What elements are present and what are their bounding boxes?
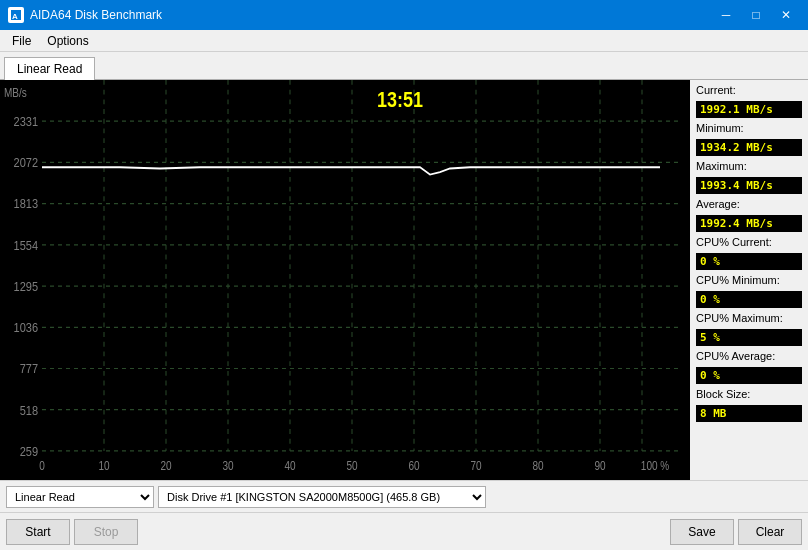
stat-maximum-value: 1993.4 MB/s bbox=[696, 177, 802, 194]
stat-maximum-label: Maximum: bbox=[696, 160, 802, 172]
test-select[interactable]: Linear Read bbox=[6, 486, 154, 508]
stat-cpu-minimum-value: 0 % bbox=[696, 291, 802, 308]
stat-average-label: Average: bbox=[696, 198, 802, 210]
svg-text:MB/s: MB/s bbox=[4, 86, 27, 99]
chart-svg: 2331 2072 1813 1554 1295 1036 777 518 25… bbox=[0, 80, 690, 480]
stat-cpu-minimum-label: CPU% Minimum: bbox=[696, 274, 802, 286]
svg-text:0: 0 bbox=[39, 459, 45, 472]
stat-minimum-label: Minimum: bbox=[696, 122, 802, 134]
menu-file[interactable]: File bbox=[4, 32, 39, 50]
svg-text:50: 50 bbox=[346, 459, 357, 472]
svg-text:259: 259 bbox=[20, 444, 39, 459]
save-button[interactable]: Save bbox=[670, 519, 734, 545]
side-panel: Current: 1992.1 MB/s Minimum: 1934.2 MB/… bbox=[690, 80, 808, 480]
svg-rect-3 bbox=[0, 80, 42, 456]
stop-button[interactable]: Stop bbox=[74, 519, 138, 545]
stat-cpu-average-label: CPU% Average: bbox=[696, 350, 802, 362]
svg-text:90: 90 bbox=[594, 459, 605, 472]
start-button[interactable]: Start bbox=[6, 519, 70, 545]
svg-text:10: 10 bbox=[98, 459, 109, 472]
svg-text:777: 777 bbox=[20, 361, 39, 376]
svg-text:100 %: 100 % bbox=[641, 459, 669, 472]
tab-linear-read[interactable]: Linear Read bbox=[4, 57, 95, 80]
menu-bar: File Options bbox=[0, 30, 808, 52]
chart-area: 2331 2072 1813 1554 1295 1036 777 518 25… bbox=[0, 80, 690, 480]
title-controls: ─ □ ✕ bbox=[712, 5, 800, 25]
svg-text:13:51: 13:51 bbox=[377, 87, 423, 111]
svg-text:2331: 2331 bbox=[14, 114, 39, 129]
stat-current-value: 1992.1 MB/s bbox=[696, 101, 802, 118]
stat-average-value: 1992.4 MB/s bbox=[696, 215, 802, 232]
svg-text:518: 518 bbox=[20, 403, 39, 418]
svg-text:1036: 1036 bbox=[14, 320, 39, 335]
stat-cpu-maximum-label: CPU% Maximum: bbox=[696, 312, 802, 324]
menu-options[interactable]: Options bbox=[39, 32, 96, 50]
svg-text:30: 30 bbox=[222, 459, 233, 472]
action-bar: Start Stop Save Clear bbox=[0, 512, 808, 550]
title-bar: A AIDA64 Disk Benchmark ─ □ ✕ bbox=[0, 0, 808, 30]
svg-text:40: 40 bbox=[284, 459, 295, 472]
svg-text:2072: 2072 bbox=[14, 155, 39, 170]
bottom-toolbar: Linear Read Disk Drive #1 [KINGSTON SA20… bbox=[0, 480, 808, 512]
svg-text:20: 20 bbox=[160, 459, 171, 472]
stat-block-size-label: Block Size: bbox=[696, 388, 802, 400]
title-bar-left: A AIDA64 Disk Benchmark bbox=[8, 7, 162, 23]
close-button[interactable]: ✕ bbox=[772, 5, 800, 25]
maximize-button[interactable]: □ bbox=[742, 5, 770, 25]
stat-cpu-current-label: CPU% Current: bbox=[696, 236, 802, 248]
stat-cpu-average-value: 0 % bbox=[696, 367, 802, 384]
svg-text:80: 80 bbox=[532, 459, 543, 472]
stat-cpu-maximum-value: 5 % bbox=[696, 329, 802, 346]
app-icon: A bbox=[8, 7, 24, 23]
svg-text:1295: 1295 bbox=[14, 279, 39, 294]
stat-cpu-current-value: 0 % bbox=[696, 253, 802, 270]
disk-select[interactable]: Disk Drive #1 [KINGSTON SA2000M8500G] (4… bbox=[158, 486, 486, 508]
main-content: 2331 2072 1813 1554 1295 1036 777 518 25… bbox=[0, 80, 808, 480]
stat-block-size-value: 8 MB bbox=[696, 405, 802, 422]
title-text: AIDA64 Disk Benchmark bbox=[30, 8, 162, 22]
svg-text:1813: 1813 bbox=[14, 196, 39, 211]
svg-text:1554: 1554 bbox=[14, 238, 39, 253]
svg-text:60: 60 bbox=[408, 459, 419, 472]
stat-current-label: Current: bbox=[696, 84, 802, 96]
clear-button[interactable]: Clear bbox=[738, 519, 802, 545]
stat-minimum-value: 1934.2 MB/s bbox=[696, 139, 802, 156]
svg-text:A: A bbox=[12, 12, 18, 21]
minimize-button[interactable]: ─ bbox=[712, 5, 740, 25]
svg-text:70: 70 bbox=[470, 459, 481, 472]
tab-bar: Linear Read bbox=[0, 52, 808, 80]
